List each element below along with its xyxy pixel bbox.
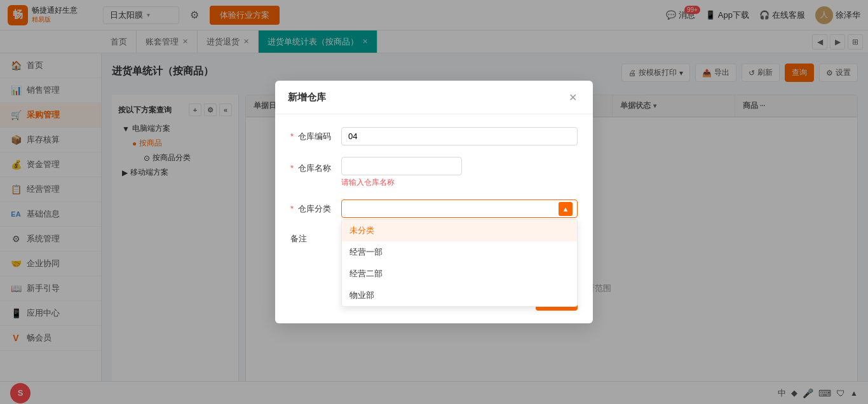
remark-label: 备注: [290, 229, 341, 245]
category-label: * 仓库分类: [290, 199, 341, 215]
dropdown-item-uncategorized[interactable]: 未分类: [342, 220, 577, 241]
category-field-row: * 仓库分类 ▲ 未分类 经营一部 经营二部 物业部: [290, 199, 578, 218]
category-arrow-icon[interactable]: ▲: [559, 202, 573, 216]
name-field-row: * 仓库名称 请输入仓库名称: [290, 157, 578, 188]
name-label: * 仓库名称: [290, 159, 341, 174]
code-input[interactable]: [341, 127, 578, 145]
category-dropdown-wrapper: ▲ 未分类 经营一部 经营二部 物业部: [341, 199, 578, 218]
code-field-row: * 仓库编码: [290, 127, 578, 145]
dropdown-item-dept1[interactable]: 经营一部: [342, 241, 577, 263]
category-input[interactable]: [341, 199, 578, 218]
new-warehouse-modal: 新增仓库 ✕ * 仓库编码 * 仓库名称: [275, 81, 593, 323]
modal-overlay: 新增仓库 ✕ * 仓库编码 * 仓库名称: [0, 0, 868, 404]
modal-body: * 仓库编码 * 仓库名称 请输入仓库名称: [275, 114, 593, 292]
name-input[interactable]: [341, 157, 462, 175]
name-required-marker: *: [290, 163, 294, 173]
modal-close-button[interactable]: ✕: [565, 90, 580, 105]
category-dropdown-list: 未分类 经营一部 经营二部 物业部: [341, 219, 578, 307]
name-field-inner: * 仓库名称: [290, 157, 462, 175]
modal-header: 新增仓库 ✕: [275, 81, 593, 114]
dropdown-item-dept2[interactable]: 经营二部: [342, 263, 577, 285]
modal-title: 新增仓库: [288, 91, 326, 104]
code-label: * 仓库编码: [290, 127, 341, 142]
name-input-wrapper: [341, 157, 462, 175]
name-error-wrapper: 请输入仓库名称: [341, 175, 395, 188]
code-required-marker: *: [290, 131, 294, 141]
name-error-message: 请输入仓库名称: [341, 177, 395, 188]
category-required-marker: *: [290, 204, 294, 213]
dropdown-item-property[interactable]: 物业部: [342, 285, 577, 306]
